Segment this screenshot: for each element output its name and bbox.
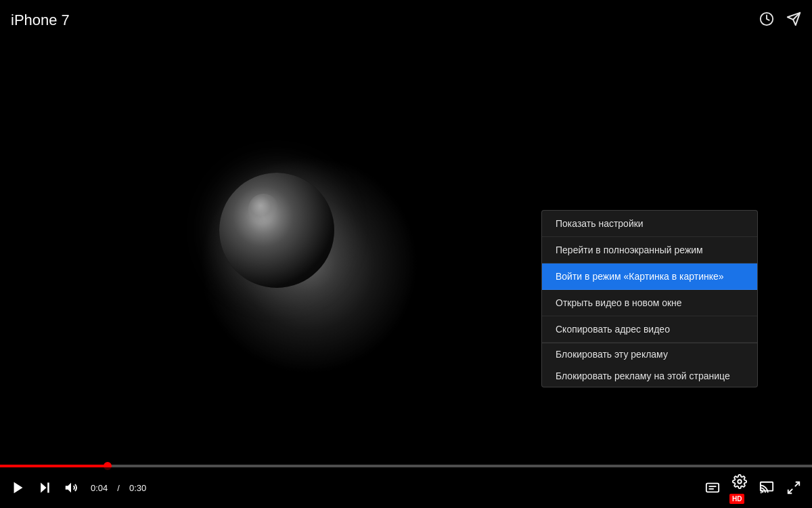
volume-button[interactable] [61,478,81,498]
settings-button[interactable] [729,471,750,492]
share-icon[interactable] [786,12,801,30]
svg-rect-5 [47,483,49,493]
context-menu-item-new-window[interactable]: Открыть видео в новом окне [542,290,757,316]
subtitles-button[interactable] [702,478,723,498]
svg-marker-6 [66,483,71,493]
context-menu-item-settings[interactable]: Показать настройки [542,211,757,237]
svg-marker-3 [14,482,23,494]
video-player: iPhone 7 [0,0,812,508]
settings-wrapper: HD [729,471,750,504]
context-menu-item-copy-url[interactable]: Скопировать адрес видео [542,316,757,343]
hd-badge: HD [729,494,744,504]
skip-button[interactable] [35,478,54,497]
cast-button[interactable] [757,478,777,498]
context-menu-item-block-all-ads[interactable]: Блокировать рекламу на этой странице [542,365,757,387]
svg-rect-7 [706,484,719,492]
svg-point-10 [738,480,742,484]
clock-icon[interactable] [759,12,774,30]
play-button[interactable] [8,478,28,498]
context-menu-item-pip[interactable]: Войти в режим «Картинка в картинке» [542,263,757,290]
top-bar-icons [759,12,801,30]
svg-line-14 [788,489,792,493]
bottom-controls: 0:04 / 0:30 HD [0,467,812,508]
total-time: 0:30 [129,483,146,493]
context-menu-item-block-ad[interactable]: Блокировать эту рекламу [542,343,757,365]
right-controls: HD [702,471,804,504]
video-title: iPhone 7 [11,12,70,29]
top-bar: iPhone 7 [0,0,812,41]
context-menu-item-fullscreen[interactable]: Перейти в полноэкранный режим [542,237,757,263]
fullscreen-button[interactable] [784,478,804,498]
time-separator: / [117,483,120,493]
svg-marker-4 [41,483,46,493]
context-menu: Показать настройки Перейти в полноэкранн… [541,210,758,387]
time-display: 0:04 [91,483,108,493]
svg-line-13 [795,482,799,486]
